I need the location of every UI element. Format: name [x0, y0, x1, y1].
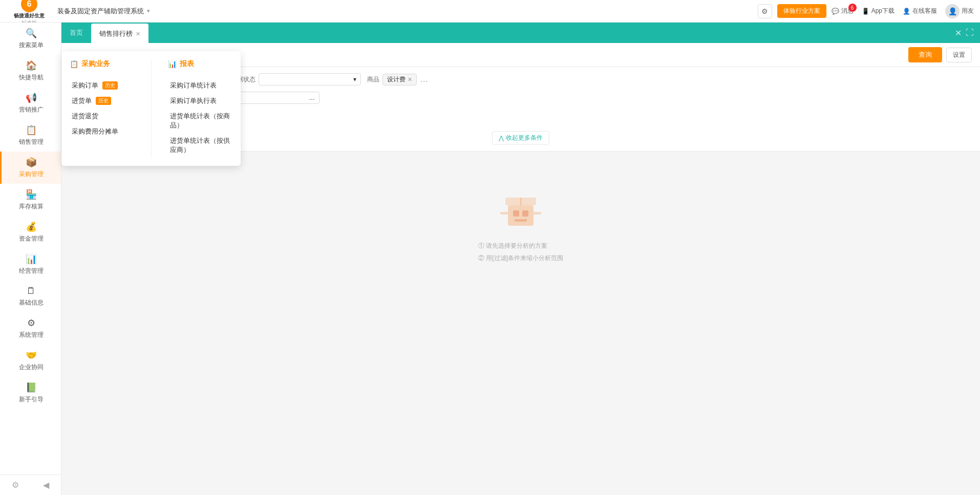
- sidebar-collapse-icon[interactable]: ◀: [43, 480, 49, 490]
- operations-icon: 📊: [26, 253, 37, 265]
- reports-section-icon: 📊: [168, 60, 177, 68]
- tab-fullscreen-icon[interactable]: ⛶: [966, 28, 974, 37]
- purchase-section: 📋 采购业务 采购订单 历史 进货单 历史 进货退货 采购费用分摊单: [70, 59, 135, 158]
- goods-label: 商品: [367, 75, 379, 84]
- online-service-btn[interactable]: 👤 在线客服: [903, 7, 937, 15]
- sidebar-label-inventory: 库存核算: [19, 202, 44, 211]
- basic-info-icon: 🗒: [27, 286, 36, 296]
- reports-section: 📊 报表 采购订单统计表 采购订单执行表 进货单统计表（按商品） 进货单统计表（…: [168, 59, 233, 158]
- svg-rect-7: [534, 212, 541, 214]
- goods-more-btn[interactable]: …: [420, 75, 428, 84]
- reports-section-title: 📊 报表: [168, 59, 233, 72]
- doc-status-select[interactable]: ▾: [259, 73, 361, 85]
- header-right: 💬 消息 6 📱 App下载 👤 在线客服 👤 用友: [832, 4, 974, 18]
- newbie-icon: 📗: [26, 382, 37, 393]
- global-settings-btn[interactable]: ⚙: [758, 4, 772, 18]
- finance-icon: 💰: [26, 221, 37, 232]
- sidebar-label-basic-info: 基础信息: [19, 298, 44, 307]
- tab-bar-actions: ✕ ⛶: [955, 28, 980, 38]
- svg-rect-6: [500, 212, 508, 214]
- menu-item-po-stats[interactable]: 采购订单统计表: [168, 78, 233, 93]
- sidebar-item-basic-info[interactable]: 🗒 基础信息: [0, 281, 61, 312]
- sidebar-label-marketing: 营销推广: [19, 105, 44, 114]
- menu-item-po-exec-label: 采购订单执行表: [170, 96, 217, 105]
- sidebar: 🔍 搜索菜单 🏠 快捷导航 📢 营销推广 📋 销售管理 📦 采购管理 🏪 库存核…: [0, 23, 61, 495]
- sidebar-item-newbie[interactable]: 📗 新手引导: [0, 377, 61, 409]
- logo-icon: 6: [21, 0, 37, 12]
- menu-item-stock-in-label: 进货单: [72, 96, 92, 105]
- sidebar-label-sales: 销售管理: [19, 138, 44, 146]
- system-icon: ⚙: [27, 317, 35, 329]
- sidebar-item-inventory[interactable]: 🏪 库存核算: [0, 184, 61, 216]
- user-area[interactable]: 👤 用友: [945, 4, 974, 18]
- top-header: 6 畅捷通好生意 标准版 装备及固定资产辅助管理系统 ▾ ⚙ 体验行业方案 💬 …: [0, 0, 980, 23]
- goods-filter: 商品 设计费 ✕ …: [367, 74, 428, 85]
- sidebar-item-operations[interactable]: 📊 经营管理: [0, 248, 61, 281]
- doc-status-arrow: ▾: [353, 76, 356, 83]
- settings-button[interactable]: 设置: [946, 48, 972, 62]
- collapse-label: 收起更多条件: [506, 134, 543, 142]
- menu-item-stock-return-label: 进货退货: [72, 112, 98, 121]
- marketing-icon: 📢: [26, 92, 37, 103]
- system-title-arrow[interactable]: ▾: [147, 8, 150, 14]
- sidebar-label-finance: 资金管理: [19, 234, 44, 243]
- purchase-section-title: 📋 采购业务: [70, 59, 135, 72]
- menu-item-po-exec[interactable]: 采购订单执行表: [168, 93, 233, 109]
- empty-tip-1: 请先选择要分析的方案: [478, 240, 563, 252]
- collapse-btn[interactable]: ⋀ 收起更多条件: [492, 131, 549, 145]
- user-label: 用友: [962, 7, 974, 15]
- tab-close-icon[interactable]: ✕: [136, 31, 140, 37]
- menu-item-purchase-expense[interactable]: 采购费用分摊单: [70, 124, 135, 139]
- purchase-dropdown-menu: 📋 采购业务 采购订单 历史 进货单 历史 进货退货 采购费用分摊单 📊 报表 …: [61, 51, 241, 166]
- home-icon: 🏠: [26, 60, 37, 71]
- tab-close-page-icon[interactable]: ✕: [955, 28, 962, 38]
- reports-section-label: 报表: [180, 59, 194, 69]
- sidebar-bottom: ⚙ ◀: [0, 475, 61, 495]
- service-icon: 👤: [903, 8, 910, 15]
- doc-status-filter: 单据状态 ▾: [231, 73, 361, 85]
- enterprise-icon: 🤝: [26, 350, 37, 361]
- sales-icon: 📋: [26, 124, 37, 136]
- user-avatar: 👤: [945, 4, 960, 18]
- sidebar-item-search[interactable]: 🔍 搜索菜单: [0, 23, 61, 55]
- menu-item-stock-return[interactable]: 进货退货: [70, 109, 135, 124]
- goods-tag-close[interactable]: ✕: [408, 76, 412, 83]
- svg-rect-3: [515, 219, 527, 222]
- menu-item-stock-in-supplier[interactable]: 进货单统计表（按供应商）: [168, 133, 233, 158]
- purchase-icon: 📦: [26, 157, 37, 168]
- message-btn[interactable]: 💬 消息 6: [832, 7, 854, 15]
- sidebar-item-quick-nav[interactable]: 🏠 快捷导航: [0, 55, 61, 87]
- goods-tag: 设计费 ✕: [382, 74, 417, 85]
- tab-home-label: 首页: [70, 28, 83, 37]
- sidebar-settings-icon[interactable]: ⚙: [12, 480, 19, 490]
- history-badge-0: 历史: [102, 81, 118, 90]
- message-badge: 6: [848, 4, 857, 12]
- inventory-icon: 🏪: [26, 189, 37, 200]
- salesperson-arrow: …: [309, 94, 315, 101]
- tab-home[interactable]: 首页: [61, 23, 91, 43]
- logo-title: 畅捷通好生意: [14, 12, 45, 19]
- tab-bar: 首页 销售排行榜 ✕ ✕ ⛶: [61, 23, 980, 43]
- query-button[interactable]: 查询: [908, 47, 942, 62]
- sidebar-item-finance[interactable]: 💰 资金管理: [0, 216, 61, 248]
- sidebar-item-sales[interactable]: 📋 销售管理: [0, 119, 61, 152]
- empty-tip-2: 用[过滤]条件来缩小分析范围: [478, 252, 563, 264]
- sidebar-item-system[interactable]: ⚙ 系统管理: [0, 312, 61, 345]
- menu-item-purchase-expense-label: 采购费用分摊单: [72, 127, 118, 136]
- menu-item-purchase-order[interactable]: 采购订单 历史: [70, 78, 135, 93]
- sidebar-item-enterprise[interactable]: 🤝 企业协同: [0, 345, 61, 377]
- message-icon: 💬: [832, 8, 839, 15]
- tab-sales-ranking[interactable]: 销售排行榜 ✕: [91, 24, 148, 44]
- menu-item-stock-in[interactable]: 进货单 历史: [70, 93, 135, 109]
- sidebar-item-marketing[interactable]: 📢 营销推广: [0, 87, 61, 119]
- menu-item-stock-in-goods[interactable]: 进货单统计表（按商品）: [168, 109, 233, 133]
- svg-rect-0: [508, 205, 534, 226]
- menu-item-po-stats-label: 采购订单统计表: [170, 81, 217, 90]
- trial-button[interactable]: 体验行业方案: [777, 4, 826, 18]
- sidebar-label-search: 搜索菜单: [19, 41, 44, 50]
- sidebar-item-purchase[interactable]: 📦 采购管理: [0, 152, 61, 184]
- sidebar-label-newbie: 新手引导: [19, 395, 44, 404]
- toolbar-right: 查询 设置: [908, 47, 972, 62]
- empty-state: 请先选择要分析的方案 用[过滤]条件来缩小分析范围: [61, 152, 980, 305]
- app-download-btn[interactable]: 📱 App下载: [862, 7, 894, 15]
